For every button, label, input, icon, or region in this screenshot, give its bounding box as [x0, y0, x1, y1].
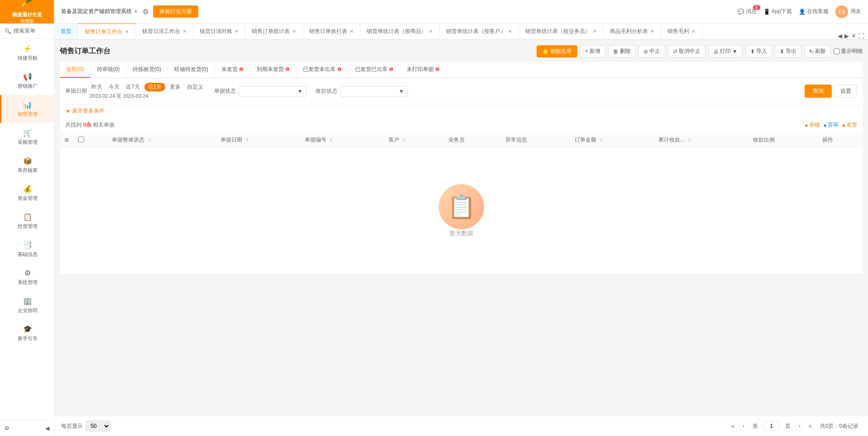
sort-icon[interactable]: ⇅	[329, 137, 333, 142]
subtab-not-shipped[interactable]: 未发货 ❶	[215, 62, 250, 78]
tab-close-icon[interactable]: ✕	[182, 28, 187, 34]
sidebar-item-basic[interactable]: 📑 基础信息	[0, 235, 54, 263]
tab-cash-reconcile[interactable]: 钱货日清对账 ✕	[193, 24, 245, 39]
sidebar-search[interactable]: 🔍 搜索菜单	[0, 24, 54, 39]
tab-maximize-icon[interactable]: ⛶	[858, 33, 864, 39]
sidebar-item-marketing[interactable]: 📢 营销推广	[0, 67, 54, 95]
tab-close-icon[interactable]: ✕	[691, 28, 695, 34]
date-btn-today[interactable]: 今天	[107, 83, 121, 91]
prev-page-btn[interactable]: ‹	[740, 422, 747, 430]
count-badge: ❶	[435, 66, 440, 72]
cancel-abort-button[interactable]: ↺ 取消中止	[668, 45, 705, 57]
tab-close-icon[interactable]: ✕	[292, 28, 296, 34]
tab-sales-stat-staff[interactable]: 销货单统计表（按业务员） ✕	[519, 24, 604, 39]
col-config[interactable]: ⚙	[60, 133, 74, 148]
tab-prev-icon[interactable]: ◀	[838, 33, 842, 39]
sort-icon[interactable]: ⇅	[148, 137, 151, 142]
sidebar-item-purchase[interactable]: 🛒 采购管理	[0, 123, 54, 151]
subtab-wangpu[interactable]: 旺铺待发货(0)	[168, 62, 215, 78]
tab-close-all-icon[interactable]: ✕	[851, 33, 856, 39]
sidebar-item-sales[interactable]: 📊 销售管理	[0, 95, 54, 123]
tab-close-icon[interactable]: ✕	[508, 28, 512, 34]
next-page-btn[interactable]: ›	[796, 422, 803, 430]
smart-order-button[interactable]: ⭐ 智能生单	[537, 45, 577, 57]
settings-button[interactable]: 设置	[834, 85, 857, 98]
user-menu-btn[interactable]: Ea 用友	[835, 5, 861, 18]
abort-button[interactable]: ⊘ 中止	[638, 45, 665, 57]
page-input[interactable]	[763, 422, 780, 431]
sidebar-item-inventory[interactable]: 📦 库存核算	[0, 151, 54, 179]
last-page-btn[interactable]: »	[806, 422, 815, 430]
select-all-checkbox[interactable]	[78, 137, 84, 142]
settings-icon[interactable]: ⚙	[5, 425, 10, 431]
collect-select[interactable]: ▼	[340, 86, 408, 97]
ship-btn[interactable]: ● 发货	[842, 121, 857, 129]
query-button[interactable]: 查询	[805, 85, 832, 98]
sort-icon[interactable]: ⇅	[245, 137, 249, 142]
sidebar-item-finance[interactable]: 💰 资金管理	[0, 179, 54, 207]
import-button[interactable]: ⬆ 导入	[745, 45, 772, 57]
solution-button[interactable]: 体验行业方案	[153, 5, 198, 18]
date-btn-1month[interactable]: 近1月	[144, 83, 166, 91]
sidebar-item-enterprise[interactable]: 🏢 企业协同	[0, 291, 54, 319]
tab-close-icon[interactable]: ✕	[429, 28, 433, 34]
export-button[interactable]: ⬇ 导出	[775, 45, 801, 57]
delete-button[interactable]: 🗑 删除	[608, 45, 636, 57]
col-date-label: 单据日期	[221, 137, 242, 143]
sidebar-item-guide[interactable]: 🎓 新手引导	[0, 319, 54, 347]
date-quick-buttons: 昨天 今天 近7天 近1月 更多 自定义	[90, 83, 205, 91]
subtab-not-printed[interactable]: 未打印单据 ❶	[400, 62, 446, 78]
subtab-pending-review[interactable]: 待审核(0)	[91, 62, 127, 78]
tab-sales-order-stat[interactable]: 销售订单统计表 ✕	[245, 24, 303, 39]
app-download-btn[interactable]: 📱 App下载	[763, 8, 792, 15]
subtab-pending-inspect[interactable]: 待拣验货(0)	[126, 62, 168, 78]
tab-cash-daily[interactable]: 钱货日清工作台 ✕	[136, 24, 193, 39]
subtab-shipped-out[interactable]: 已发货已出库 ❶	[349, 62, 400, 78]
tab-sales-stat-customer[interactable]: 销货单统计表（按客户） ✕	[440, 24, 519, 39]
first-page-btn[interactable]: «	[729, 422, 737, 430]
system-icon: ⚙	[24, 269, 31, 277]
sidebar-item-system[interactable]: ⚙ 系统管理	[0, 263, 54, 291]
subtab-all[interactable]: 全部(0)	[60, 62, 91, 78]
sort-icon[interactable]: ⇅	[688, 137, 691, 142]
subtab-shipped-not-out[interactable]: 已发货未出库 ❶	[297, 62, 348, 78]
sidebar-item-quick-nav[interactable]: ⚡ 快捷导航	[0, 39, 54, 67]
expand-filter-button[interactable]: ▼ 展开更多条件	[65, 107, 105, 115]
tab-home[interactable]: 首页	[54, 24, 78, 39]
show-detail-input[interactable]	[834, 48, 839, 54]
tab-sales-order-exec[interactable]: 销售订单执行表 ✕	[303, 24, 360, 39]
tab-close-icon[interactable]: ✕	[350, 28, 354, 34]
sidebar-item-operations[interactable]: 📋 经营管理	[0, 207, 54, 235]
date-btn-custom[interactable]: 自定义	[185, 83, 205, 91]
date-btn-7days[interactable]: 近7天	[124, 83, 142, 91]
show-detail-checkbox[interactable]: 显示明细	[834, 47, 863, 55]
tab-close-icon[interactable]: ✕	[650, 28, 654, 34]
unreviewed-btn[interactable]: ● 弃审	[824, 121, 839, 129]
status-select[interactable]: ▼	[239, 86, 307, 97]
tab-next-icon[interactable]: ▶	[844, 33, 849, 39]
tab-close-icon[interactable]: ✕	[593, 28, 597, 34]
date-btn-more[interactable]: 更多	[168, 83, 182, 91]
system-name-dropdown[interactable]: 装备及固定资产辅助管理系统 ▼	[61, 8, 138, 15]
review-btn[interactable]: ● 审核	[805, 121, 820, 129]
tab-sales-order-workbench[interactable]: 销售订单工作台 ✕	[78, 24, 136, 39]
settings-gear-icon[interactable]: ⚙	[143, 8, 149, 16]
refresh-button[interactable]: ↻ 刷新	[804, 45, 831, 57]
sort-icon[interactable]: ⇅	[402, 137, 406, 142]
tab-sales-profit[interactable]: 销售毛利 ✕	[661, 24, 702, 39]
page-size-dropdown[interactable]: 20 50 100	[86, 421, 110, 431]
print-button[interactable]: 🖨 打印 ▼	[708, 45, 743, 57]
add-button[interactable]: + 新增	[580, 45, 605, 57]
col-checkbox-all[interactable]	[74, 133, 107, 148]
tab-close-icon[interactable]: ✕	[235, 28, 239, 34]
subtab-overdue[interactable]: 到期未发货 ❶	[250, 62, 297, 78]
tab-profit-analysis[interactable]: 商品毛利分析表 ✕	[604, 24, 661, 39]
online-service-btn[interactable]: 👤 在线客服	[799, 8, 829, 15]
tab-close-icon[interactable]: ✕	[125, 29, 129, 35]
date-btn-yesterday[interactable]: 昨天	[90, 83, 104, 91]
expand-filter-bar: ▼ 展开更多条件	[60, 104, 863, 118]
sort-icon[interactable]: ⇅	[599, 137, 603, 142]
message-icon-btn[interactable]: 💬 6 消息	[738, 8, 757, 15]
collapse-icon[interactable]: ◀	[45, 425, 49, 431]
tab-sales-stat-product[interactable]: 销货单统计表（按商品） ✕	[360, 24, 440, 39]
